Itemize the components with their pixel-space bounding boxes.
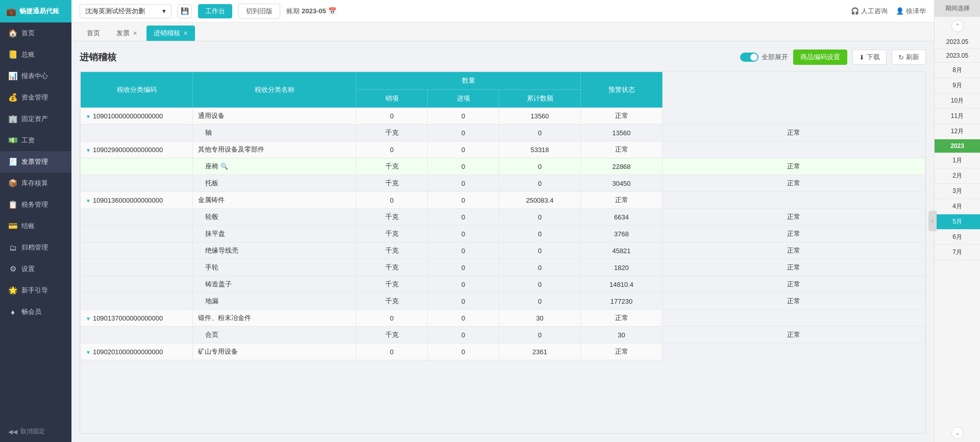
expand-toggle[interactable]: 全部展开 xyxy=(740,53,788,62)
app-logo: 💼 畅捷通易代账 xyxy=(0,0,71,22)
row-total: 1820 xyxy=(581,259,663,276)
period-item[interactable]: 1月 xyxy=(935,153,980,168)
table-row[interactable]: 手轮 千克 0 0 1820 正常 xyxy=(81,259,925,276)
row-sales: 0 xyxy=(428,242,499,259)
sidebar-item-ledger[interactable]: 📒 总账 xyxy=(0,44,71,65)
toggle-track[interactable] xyxy=(740,53,758,62)
table-row[interactable]: ▼1090100000000000000 通用设备 0 0 13560 正常 xyxy=(81,108,925,125)
table-row[interactable]: ▼1090137000000000000 锻件、粉末冶金件 0 0 30 正常 xyxy=(81,310,925,327)
row-unit: 千克 xyxy=(356,259,428,276)
row-purchase: 0 xyxy=(428,192,499,209)
table-row[interactable]: 座椅 🔍 千克 0 0 22868 正常 xyxy=(81,158,925,175)
refresh-button[interactable]: ↻ 刷新 xyxy=(892,50,926,65)
save-icon: 💾 xyxy=(181,7,189,15)
row-status: 正常 xyxy=(663,175,925,192)
sidebar-item-settings[interactable]: ⚙ 设置 xyxy=(0,258,71,280)
sidebar-item-salary[interactable]: 💵 工资 xyxy=(0,130,71,151)
table-wrapper: 税收分类编码 税收分类名称 数量 预警状态 销项 进项 累计数额 ▼109010… xyxy=(80,71,926,434)
toggle-knob xyxy=(750,54,757,61)
sidebar-item-funds[interactable]: 💰 资金管理 xyxy=(0,87,71,108)
tabs-bar: 首页 发票 ✕ 进销稽核 ✕ xyxy=(71,22,934,41)
product-code-button[interactable]: 商品编码设置 xyxy=(793,50,847,65)
table-row[interactable]: ▼1090136000000000000 金属铸件 0 0 250083.4 正… xyxy=(81,192,925,209)
vip-icon: ♦ xyxy=(8,308,17,316)
user-menu[interactable]: 👤 徐泽华 xyxy=(896,7,926,16)
table-row[interactable]: 轮毂 千克 0 0 6634 正常 xyxy=(81,209,925,226)
period-item[interactable]: 2023 xyxy=(935,139,980,153)
help-button[interactable]: 🎧 人工咨询 xyxy=(851,7,888,16)
table-row[interactable]: 轴 千克 0 0 13560 正常 xyxy=(81,125,925,141)
save-button[interactable]: 💾 xyxy=(178,4,192,18)
row-total: 3768 xyxy=(581,226,663,242)
row-purchase: 0 xyxy=(428,141,499,158)
table-row[interactable]: 绝缘导线壳 千克 0 0 45821 正常 xyxy=(81,242,925,259)
row-unit: 千克 xyxy=(356,293,428,310)
period-item[interactable]: 11月 xyxy=(935,109,980,124)
row-sales: 0 xyxy=(356,192,428,209)
sidebar-unpin-button[interactable]: ◀◀ 取消固定 xyxy=(0,421,71,442)
table-row[interactable]: 托板 千克 0 0 30450 正常 xyxy=(81,175,925,192)
row-unit: 千克 xyxy=(356,175,428,192)
period-item[interactable]: 5月 xyxy=(935,214,980,230)
home-icon: 🏠 xyxy=(8,29,17,38)
col-header-status: 预警状态 xyxy=(581,72,663,108)
sidebar-item-fixed-assets[interactable]: 🏢 固定资产 xyxy=(0,108,71,130)
row-purchase: 0 xyxy=(499,242,581,259)
table-row[interactable]: 合页 千克 0 0 30 正常 xyxy=(81,327,925,343)
period-item[interactable]: 12月 xyxy=(935,124,980,139)
row-name: 抹平盘 xyxy=(193,226,356,242)
sidebar-nav: 🏠 首页 📒 总账 📊 报表中心 💰 资金管理 🏢 固定资产 💵 工资 🧾 发票… xyxy=(0,22,71,421)
period-item[interactable]: 2月 xyxy=(935,168,980,184)
period-item[interactable]: 9月 xyxy=(935,78,980,93)
period-item[interactable]: 3月 xyxy=(935,184,980,199)
period-item[interactable]: 4月 xyxy=(935,199,980,214)
calendar-icon[interactable]: 📅 xyxy=(328,7,336,15)
period-item[interactable]: 10月 xyxy=(935,93,980,109)
company-selector[interactable]: 沈海英测试经营勿删 ▾ xyxy=(80,4,172,18)
table-row[interactable]: ▼1090201000000000000 矿山专用设备 0 0 2361 正常 xyxy=(81,343,925,360)
search-icon[interactable]: 🔍 xyxy=(220,163,228,170)
tab-invoice[interactable]: 发票 ✕ xyxy=(109,26,144,41)
sidebar-item-tax[interactable]: 📋 税务管理 xyxy=(0,194,71,215)
sidebar-item-settlement[interactable]: 💳 结账 xyxy=(0,215,71,237)
row-sales: 0 xyxy=(356,108,428,125)
expand-icon: ▼ xyxy=(86,350,91,355)
panel-down-button[interactable]: ⌄ xyxy=(951,427,964,439)
table-row[interactable]: 抹平盘 千克 0 0 3768 正常 xyxy=(81,226,925,242)
row-total: 250083.4 xyxy=(499,192,581,209)
sidebar-item-invoice[interactable]: 🧾 发票管理 xyxy=(0,151,71,173)
sidebar-item-home[interactable]: 🏠 首页 xyxy=(0,22,71,44)
period-item[interactable]: 2023.05 xyxy=(935,49,980,63)
table-row[interactable]: ▼1090299000000000000 其他专用设备及零部件 0 0 5331… xyxy=(81,141,925,158)
panel-up-button[interactable]: ⌃ xyxy=(951,20,964,32)
period-item[interactable]: 7月 xyxy=(935,245,980,260)
sidebar-item-inventory[interactable]: 📦 库存核算 xyxy=(0,173,71,194)
row-total: 30 xyxy=(581,327,663,343)
period-item[interactable]: 8月 xyxy=(935,63,980,78)
row-status: 正常 xyxy=(663,125,925,141)
download-label: 下载 xyxy=(867,53,880,62)
sidebar-item-guide[interactable]: 🌟 新手引导 xyxy=(0,280,71,301)
tab-invoice-close[interactable]: ✕ xyxy=(133,30,137,37)
sidebar-item-archive[interactable]: 🗂 归档管理 xyxy=(0,237,71,258)
switch-version-button[interactable]: 切到旧版 xyxy=(238,4,280,19)
table-row[interactable]: 铸造盖子 千克 0 0 14810.4 正常 xyxy=(81,276,925,293)
row-purchase: 0 xyxy=(499,259,581,276)
inventory-icon: 📦 xyxy=(8,179,17,188)
sidebar-item-vip[interactable]: ♦ 畅会员 xyxy=(0,301,71,323)
tab-check-close[interactable]: ✕ xyxy=(183,30,188,37)
row-sales: 0 xyxy=(428,125,499,141)
tab-home[interactable]: 首页 xyxy=(80,26,107,41)
expand-icon: ▼ xyxy=(86,198,91,204)
row-purchase: 0 xyxy=(499,125,581,141)
row-total: 6634 xyxy=(581,209,663,226)
sidebar-item-reports[interactable]: 📊 报表中心 xyxy=(0,65,71,87)
workbench-button[interactable]: 工作台 xyxy=(198,4,232,18)
tab-check[interactable]: 进销稽核 ✕ xyxy=(146,26,195,41)
panel-header: 期间选择 xyxy=(935,0,980,17)
table-row[interactable]: 地漏 千克 0 0 177230 正常 xyxy=(81,293,925,310)
period-item[interactable]: 2023.05 xyxy=(935,35,980,49)
download-button[interactable]: ⬇ 下载 xyxy=(852,50,887,65)
panel-collapse-button[interactable]: › xyxy=(928,211,937,231)
period-item[interactable]: 6月 xyxy=(935,230,980,245)
